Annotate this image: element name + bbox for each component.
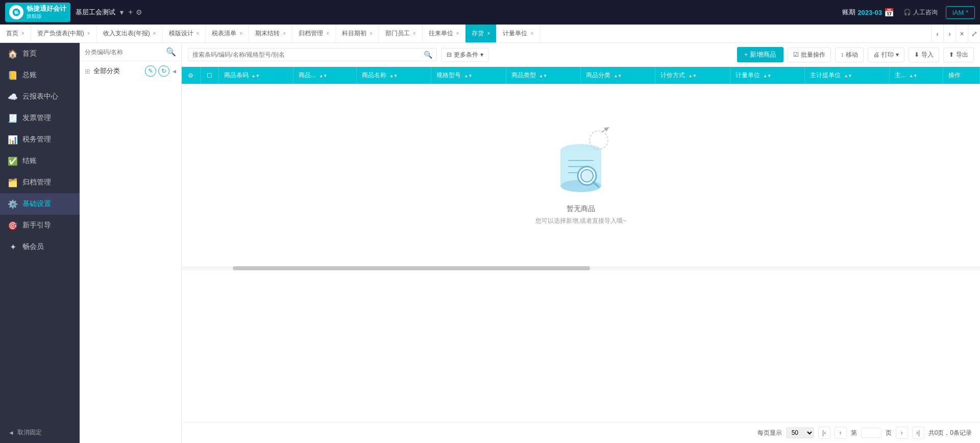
category-header[interactable]: ⊞ 全部分类 ✎ ↻ ◂ [80,61,181,81]
sidebar-item-ledger[interactable]: 📒 总账 [0,64,80,86]
tab-period-transfer-close[interactable]: × [283,31,286,36]
help-button[interactable]: 🎧 人工咨询 [899,7,942,18]
tab-expand[interactable]: ⤢ [968,25,980,43]
sidebar-item-member[interactable]: ✦ 畅会员 [0,236,80,258]
page-prev-btn[interactable]: ‹ [835,427,847,439]
tab-inventory-close[interactable]: × [487,31,490,36]
export-icon: ⬆ [949,51,954,58]
tab-unit-close[interactable]: × [530,31,533,36]
settings-gear-icon: ⚙️ [8,199,17,208]
export-button[interactable]: ⬆ 导出 [943,48,974,62]
th-type[interactable]: 商品类型 ▲▼ [506,67,580,84]
th-code-sort[interactable]: ▲▼ [319,74,327,78]
sidebar-item-archive[interactable]: 🗂️ 归档管理 [0,172,80,193]
th-price-method-sort[interactable]: ▲▼ [689,74,697,78]
th-unit-sort[interactable]: ▲▼ [763,74,771,78]
th-main-abbr-sort[interactable]: ▲▼ [909,74,917,78]
tab-balance-sheet[interactable]: 资产负债表(中期) × [31,25,97,43]
main-layout: 🏠 首页 📒 总账 ☁️ 云报表中心 🧾 发票管理 📊 税务管理 ✅ 结账 🗂️… [0,43,980,443]
sidebar-item-checkout[interactable]: ✅ 结账 [0,150,80,172]
category-edit-icon[interactable]: ✎ [145,65,156,77]
tab-income-statement[interactable]: 收入支出表(年报) × [97,25,163,43]
category-search-icon[interactable]: 🔍 [166,47,176,57]
tab-template-design[interactable]: 模版设计 × [163,25,206,43]
th-category[interactable]: 商品分类 ▲▼ [581,67,655,84]
tab-unit[interactable]: 计量单位 × [497,25,540,43]
sidebar-item-tax[interactable]: 📊 税务管理 [0,129,80,150]
move-button[interactable]: ↕ 移动 [835,48,864,62]
company-dropdown-arrow[interactable]: ▼ [118,9,125,16]
sidebar-item-home[interactable]: 🏠 首页 [0,43,80,64]
settings-icon[interactable]: ⚙ [136,8,142,16]
sidebar-item-settings[interactable]: ⚙️ 基础设置 [0,193,80,215]
sidebar-footer-pin[interactable]: ◄ 取消固定 [0,422,80,443]
account-button[interactable]: iAM * [946,6,975,19]
checkout-icon: ✅ [8,156,17,166]
tab-period-transfer[interactable]: 期末结转 × [249,25,292,43]
th-main-abbr[interactable]: 主... ▲▼ [889,67,943,84]
th-unit[interactable]: 计量单位 ▲▼ [730,67,804,84]
tab-contacts-close[interactable]: × [456,31,459,36]
tab-nav-next[interactable]: › [943,25,955,43]
th-price-method[interactable]: 计价方式 ▲▼ [655,67,730,84]
collapse-panel-btn[interactable]: ◂ [173,67,176,75]
add-product-button[interactable]: + 新增商品 [737,47,783,62]
th-barcode[interactable]: 商品条码 ▲▼ [218,67,293,84]
tab-department-staff[interactable]: 部门员工 × [379,25,423,43]
page-first-btn[interactable]: |‹ [818,427,830,439]
per-page-select[interactable]: 50 100 200 [786,427,814,438]
th-main-unit-sort[interactable]: ▲▼ [844,74,852,78]
print-button[interactable]: 🖨 打印 ▾ [868,48,904,62]
tab-contacts[interactable]: 往来单位 × [423,25,466,43]
sidebar-item-cloud-report[interactable]: ☁️ 云报表中心 [0,86,80,107]
tab-template-design-close[interactable]: × [197,31,200,36]
tab-archive-mgmt[interactable]: 归档管理 × [292,25,336,43]
tab-home[interactable]: 首页 × [0,25,31,43]
th-name[interactable]: 商品名称 ▲▼ [356,67,431,84]
category-refresh-icon[interactable]: ↻ [158,65,169,77]
tab-balance-sheet-close[interactable]: × [87,31,90,36]
th-type-sort[interactable]: ▲▼ [539,74,547,78]
th-main-unit[interactable]: 主计提单位 ▲▼ [805,67,890,84]
tab-subject-initial-close[interactable]: × [370,31,373,36]
th-spec[interactable]: 规格型号 ▲▼ [431,67,506,84]
batch-operation-button[interactable]: ☑ 批量操作 [788,48,831,62]
tab-tax-list-close[interactable]: × [239,31,242,36]
tab-income-statement-close[interactable]: × [153,31,156,36]
th-barcode-sort[interactable]: ▲▼ [252,74,260,78]
sidebar-item-guide[interactable]: 🎯 新手引导 [0,215,80,236]
import-button[interactable]: ⬇ 导入 [909,48,939,62]
th-name-sort[interactable]: ▲▼ [389,74,398,78]
print-label: 打印 [881,51,894,59]
category-search-input[interactable] [85,49,164,56]
product-search-icon[interactable]: 🔍 [424,51,432,59]
sidebar-item-invoice[interactable]: 🧾 发票管理 [0,107,80,129]
page-last-btn[interactable]: ›| [912,427,924,439]
filter-button[interactable]: ⊟ 更多条件 ▾ [441,48,489,62]
grid-icon: ⊞ [85,67,90,75]
calendar-icon[interactable]: 📅 [884,8,894,17]
tab-tax-list-label: 税表清单 [212,29,236,38]
page-number-input[interactable]: 1 [861,428,881,438]
tab-archive-mgmt-close[interactable]: × [326,31,329,36]
th-checkbox[interactable]: ☐ [200,67,218,84]
tab-department-staff-close[interactable]: × [413,31,416,36]
th-category-sort[interactable]: ▲▼ [614,74,622,78]
tab-close-all[interactable]: × [955,25,968,43]
tab-home-close[interactable]: × [21,31,24,36]
page-next-btn[interactable]: › [896,427,908,439]
product-search-input[interactable] [192,51,422,58]
tab-tax-list[interactable]: 税表清单 × [206,25,249,43]
th-settings[interactable]: ⚙ [182,67,200,84]
cloud-report-icon: ☁️ [8,92,17,101]
th-operations-label: 操作 [948,72,961,79]
scrollbar-thumb[interactable] [233,266,590,270]
tab-inventory[interactable]: 存货 × [465,25,497,43]
tab-subject-initial[interactable]: 科目期初 × [336,25,379,43]
horizontal-scrollbar[interactable] [182,266,980,270]
print-icon: 🖨 [873,51,879,58]
add-tab-btn[interactable]: + [128,8,133,17]
th-code[interactable]: 商品... ▲▼ [293,67,356,84]
th-spec-sort[interactable]: ▲▼ [464,74,473,78]
tab-nav-prev[interactable]: ‹ [931,25,943,43]
